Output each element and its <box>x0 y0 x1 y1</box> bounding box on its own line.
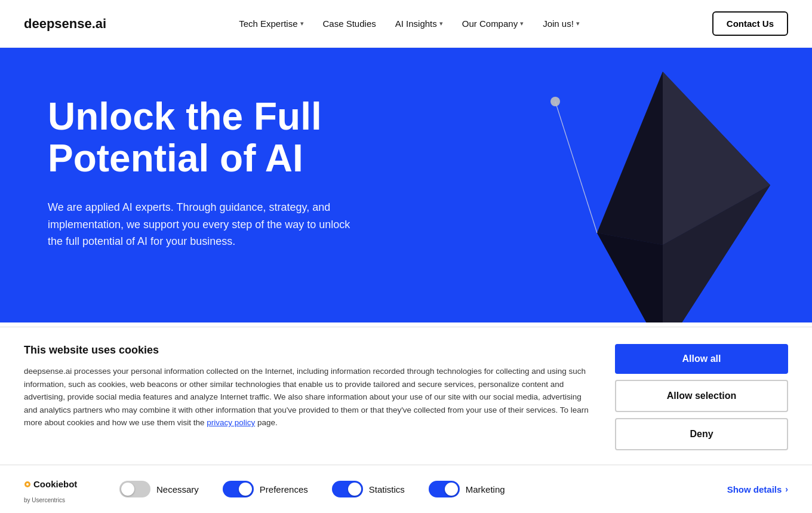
cookie-overlay: This website uses cookies deepsense.ai p… <box>0 0 812 322</box>
